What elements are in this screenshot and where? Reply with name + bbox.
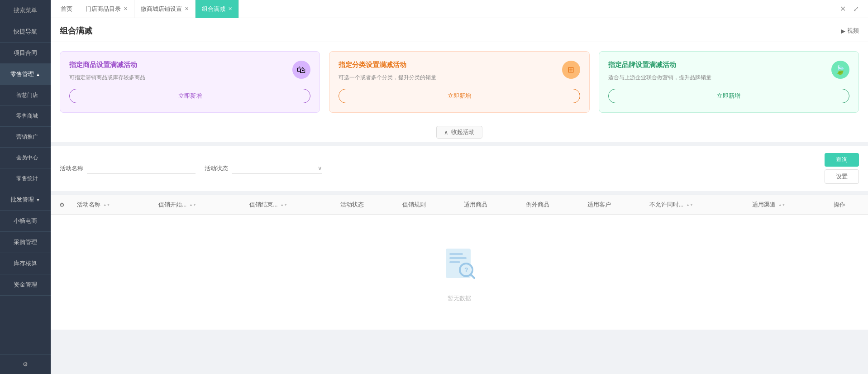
empty-illustration: ? (437, 242, 482, 287)
table-col-no-concurrent[interactable]: 不允许同时... ▲▼ (646, 195, 749, 215)
sidebar-item-fund-mgmt[interactable]: 资金管理 (0, 274, 51, 296)
main-area: 首页 门店商品目录 ✕ 微商城店铺设置 ✕ 组合满减 ✕ ✕ ⤢ 组合满减 ▶ … (51, 0, 868, 374)
table-col-activity-name[interactable]: 活动名称 ▲▼ (73, 195, 155, 215)
close-window-icon[interactable]: ✕ (838, 3, 848, 15)
sort-icon: ▲▼ (280, 203, 287, 207)
table-col-gear[interactable]: ⚙ (51, 195, 73, 215)
card-category-discount: ⊞ 指定分类设置满减活动 可选一个或者多个分类，提升分类的销量 立即新增 (329, 51, 589, 113)
sidebar-item-label: 批发管理 (10, 196, 34, 204)
sort-icon: ▲▼ (778, 203, 786, 207)
card-brand-discount-title: 指定品牌设置满减活动 (608, 61, 849, 69)
table-col-promo-end[interactable]: 促销结束... ▲▼ (246, 195, 337, 215)
sidebar-item-member-center[interactable]: 会员中心 (0, 148, 51, 168)
activity-name-input[interactable] (87, 163, 196, 174)
sidebar-item-label: 零售统计 (16, 175, 38, 182)
sidebar-item-smart-store[interactable]: 智慧门店 (0, 85, 51, 106)
svg-rect-1 (449, 253, 463, 255)
activity-status-select[interactable]: ∨ (232, 163, 322, 174)
sidebar-item-retail-mall[interactable]: 零售商城 (0, 106, 51, 127)
sidebar-item-project-contract[interactable]: 项目合同 (0, 43, 51, 64)
col-label: 操作 (834, 201, 845, 208)
sidebar-item-xiaochang-ecom[interactable]: 小畅电商 (0, 211, 51, 232)
expand-window-icon[interactable]: ⤢ (851, 3, 861, 15)
col-label: 例外商品 (526, 201, 549, 208)
video-link[interactable]: ▶ 视频 (841, 27, 859, 35)
close-icon[interactable]: ✕ (185, 6, 189, 12)
card-category-discount-title: 指定分类设置满减活动 (339, 61, 580, 69)
col-label: 不允许同时... (649, 201, 684, 208)
settings-button[interactable]: 设置 (825, 169, 859, 184)
card-category-discount-icon: ⊞ (562, 61, 580, 79)
col-label: 适用渠道 (752, 201, 776, 208)
chevron-down-icon: ▼ (36, 197, 40, 202)
table-col-applicable-customer: 适用客户 (584, 195, 645, 215)
col-label: 适用商品 (464, 201, 487, 208)
tab-home-label: 首页 (61, 5, 72, 13)
sidebar-item-retail-mgmt[interactable]: 零售管理 ▲ (0, 64, 51, 85)
sidebar-item-inventory-calc[interactable]: 库存核算 (0, 253, 51, 274)
sidebar-settings[interactable]: ⚙ (0, 354, 51, 374)
activity-status-label: 活动状态 (205, 164, 228, 173)
table-col-promo-rule: 促销规则 (399, 195, 460, 215)
table-col-operation: 操作 (830, 195, 868, 215)
close-icon[interactable]: ✕ (124, 6, 128, 12)
tab-bar: 首页 门店商品目录 ✕ 微商城店铺设置 ✕ 组合满减 ✕ ✕ ⤢ (51, 0, 868, 18)
sidebar: 搜索菜单 快捷导航 项目合同 零售管理 ▲ 智慧门店 零售商城 营销推广 会员中… (0, 0, 51, 374)
col-label: 活动状态 (340, 201, 364, 208)
card-product-discount: 🛍 指定商品设置满减活动 可指定滞销商品或库存较多商品 立即新增 (60, 51, 320, 113)
col-label: 促销规则 (402, 201, 426, 208)
sidebar-item-label: 零售管理 (10, 70, 34, 78)
tab-combo-discount-label: 组合满减 (202, 5, 225, 13)
svg-rect-3 (449, 261, 460, 263)
sidebar-item-label: 零售商城 (16, 112, 38, 120)
sort-icon: ▲▼ (686, 203, 693, 207)
sidebar-item-retail-stats[interactable]: 零售统计 (0, 168, 51, 189)
activity-name-label: 活动名称 (60, 164, 83, 173)
tab-combo-discount[interactable]: 组合满减 ✕ (196, 0, 239, 18)
gear-icon: ⚙ (23, 361, 28, 368)
sidebar-item-purchase-mgmt[interactable]: 采购管理 (0, 232, 51, 253)
svg-line-5 (471, 274, 474, 278)
table-col-exception-goods: 例外商品 (522, 195, 584, 215)
sidebar-item-quick-nav[interactable]: 快捷导航 (0, 21, 51, 43)
sidebar-item-marketing[interactable]: 营销推广 (0, 127, 51, 148)
svg-text:?: ? (464, 266, 468, 273)
filter-actions: 查询 设置 (825, 153, 859, 184)
tab-home[interactable]: 首页 (54, 0, 79, 18)
sort-icon: ▲▼ (189, 203, 196, 207)
card-brand-discount-btn[interactable]: 立即新增 (608, 89, 849, 103)
card-product-discount-btn[interactable]: 立即新增 (69, 89, 310, 103)
play-icon: ▶ (841, 28, 845, 34)
tab-store-catalog[interactable]: 门店商品目录 ✕ (79, 0, 134, 18)
tab-store-catalog-label: 门店商品目录 (86, 5, 121, 13)
sidebar-search[interactable]: 搜索菜单 (0, 0, 51, 21)
data-table: ⚙ 活动名称 ▲▼ 促销开始... ▲▼ 促销结束... ▲▼ (51, 195, 868, 215)
sidebar-item-wholesale-mgmt[interactable]: 批发管理 ▼ (0, 189, 51, 211)
table-col-activity-status: 活动状态 (337, 195, 398, 215)
content-area: 组合满减 ▶ 视频 🛍 指定商品设置满减活动 可指定滞销商品或库存较多商品 立即… (51, 18, 868, 374)
table-col-promo-start[interactable]: 促销开始... ▲▼ (155, 195, 246, 215)
table-col-applicable-goods: 适用商品 (460, 195, 522, 215)
collapse-btn-label: 收起活动 (451, 128, 475, 136)
svg-rect-2 (449, 257, 467, 259)
sidebar-item-label: 项目合同 (14, 49, 37, 57)
sidebar-item-label: 小畅电商 (14, 217, 37, 225)
query-button[interactable]: 查询 (825, 153, 859, 167)
sidebar-item-label: 采购管理 (14, 238, 37, 246)
close-icon[interactable]: ✕ (228, 6, 232, 12)
empty-state: ? 暂无数据 (51, 215, 868, 330)
filter-activity-status-group: 活动状态 ∨ (205, 163, 322, 174)
sidebar-item-label: 快捷导航 (14, 28, 37, 36)
card-category-discount-btn[interactable]: 立即新增 (339, 89, 580, 103)
page-title: 组合满减 (60, 25, 92, 36)
card-product-discount-desc: 可指定滞销商品或库存较多商品 (69, 74, 310, 82)
chevron-up-icon: ∧ (444, 129, 448, 136)
table-header-row: ⚙ 活动名称 ▲▼ 促销开始... ▲▼ 促销结束... ▲▼ (51, 195, 868, 215)
tab-wechat-store-settings[interactable]: 微商城店铺设置 ✕ (134, 0, 196, 18)
sidebar-item-label: 营销推广 (16, 133, 38, 141)
sidebar-item-label: 库存核算 (14, 259, 37, 268)
table-col-applicable-channel[interactable]: 适用渠道 ▲▼ (749, 195, 830, 215)
col-label: 活动名称 (77, 201, 100, 208)
collapse-bar: ∧ 收起活动 (51, 122, 868, 142)
collapse-activity-btn[interactable]: ∧ 收起活动 (436, 126, 482, 139)
